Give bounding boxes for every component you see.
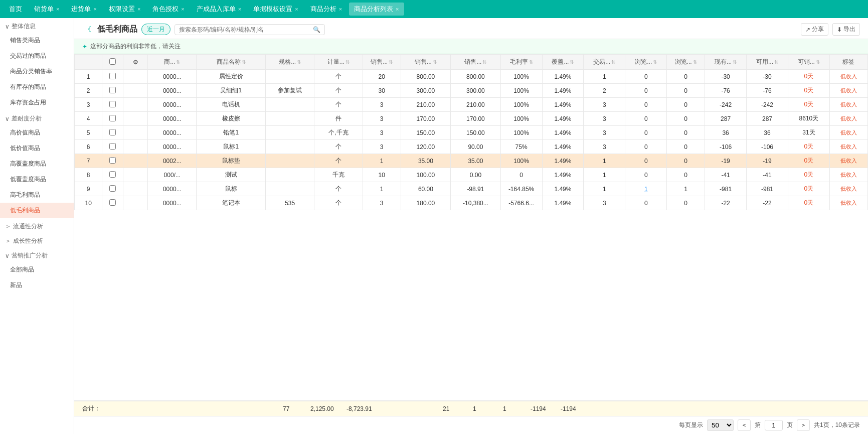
col-header-name[interactable]: 商品名称⇅ [197,55,266,70]
row-unit: 件 [314,112,363,126]
col-header-qty[interactable]: 销售...⇅ [363,55,401,70]
sidebar-item-high-value[interactable]: 高价值商品 [0,125,74,140]
row-checkbox[interactable] [109,129,116,135]
row-settings [123,140,148,154]
row-checkbox[interactable] [109,101,116,107]
page-number-input[interactable] [765,420,783,430]
sidebar-group-growth[interactable]: ＞ 成长性分析 [0,233,74,247]
col-header-gross-rate[interactable]: 毛利率⇅ [500,55,542,70]
row-settings [123,98,148,112]
row-spec [266,98,314,112]
nav-product-inbound[interactable]: 产成品入库单 × [192,3,246,16]
search-input[interactable] [179,26,311,33]
sidebar-group-circulation[interactable]: ＞ 流通性分析 [0,218,74,233]
col-header-spec[interactable]: 规格...⇅ [266,55,314,70]
export-button[interactable]: ⬇ 导出 [832,23,860,36]
row-price2: 210.00 [451,98,500,112]
col-header-price2[interactable]: 销售...⇅ [451,55,500,70]
view-link[interactable]: 1 [644,186,648,193]
col-header-code[interactable]: 商...⇅ [148,55,197,70]
sidebar-collapse-button[interactable]: 《 [82,24,93,35]
close-icon[interactable]: × [181,6,184,12]
close-icon[interactable]: × [295,6,298,12]
row-code: 000/... [148,168,197,182]
col-header-stock2[interactable]: 可用...⇅ [747,55,788,70]
col-header-stock1[interactable]: 现有...⇅ [705,55,747,70]
row-gross-rate: 75% [500,140,542,154]
nav-roles[interactable]: 角色授权 × [147,3,189,16]
sidebar-item-low-margin[interactable]: 低毛利商品 [0,203,74,218]
row-checkbox[interactable] [109,115,116,121]
row-qty: 1 [363,182,401,196]
sidebar-item-new-goods[interactable]: 新品 [0,277,74,293]
sidebar-item-low-value[interactable]: 低价值商品 [0,140,74,156]
col-header-tag[interactable]: 标签 [829,55,867,70]
nav-analysis-list[interactable]: 商品分析列表 × [349,3,404,16]
sidebar-item-traded-goods[interactable]: 交易过的商品 [0,48,74,64]
row-view1: 0 [625,196,667,210]
row-checkbox[interactable] [109,185,116,192]
row-checkbox[interactable] [109,143,116,150]
col-header-unit[interactable]: 计量...⇅ [314,55,363,70]
row-salable: 0天 [788,154,829,168]
table-row: 8 000/... 测试 千克 10 100.00 0.00 0 1.49% 1… [75,168,868,182]
nav-template[interactable]: 单据模板设置 × [248,3,303,16]
row-checkbox[interactable] [109,171,116,178]
row-price2: 170.00 [451,112,500,126]
nav-purchase[interactable]: 进货单 × [66,3,101,16]
row-view1: 0 [625,98,667,112]
sidebar-item-in-stock[interactable]: 有库存的商品 [0,79,74,95]
next-page-button[interactable]: ＞ [797,419,810,431]
sidebar-item-high-margin[interactable]: 高毛利商品 [0,187,74,203]
sidebar-item-inventory-funds[interactable]: 库存资金占用 [0,95,74,110]
row-name: 橡皮擦 [197,112,266,126]
sidebar-group-overall[interactable]: ∨ 整体信息 [0,18,74,33]
table-row: 2 0000... 吴细细1 参加复试 个 30 300.00 300.00 1… [75,84,868,98]
close-icon[interactable]: × [93,6,96,12]
nav-sales[interactable]: 销货单 × [29,3,64,16]
select-all-checkbox[interactable] [109,58,116,65]
row-checkbox-cell [102,196,123,210]
close-icon[interactable]: × [238,6,241,12]
row-view2: 0 [667,112,705,126]
share-button[interactable]: ↗ 分享 [801,23,828,36]
col-header-view2[interactable]: 浏览...⇅ [667,55,705,70]
row-code: 0000... [148,182,197,196]
col-header-salable[interactable]: 可销...⇅ [788,55,829,70]
nav-home[interactable]: 首页 [4,3,27,16]
sidebar-group-tolerance[interactable]: ∨ 差耐度分析 [0,110,74,125]
col-header-settings[interactable]: ⚙ [123,55,148,70]
sidebar-item-all-goods[interactable]: 全部商品 [0,262,74,277]
row-checkbox[interactable] [109,199,116,206]
prev-page-button[interactable]: ＜ [738,419,751,431]
row-settings [123,154,148,168]
page-size-select[interactable]: 50 100 200 [707,419,734,431]
col-header-cover[interactable]: 覆盖...⇅ [542,55,584,70]
close-icon[interactable]: × [396,6,399,12]
row-spec [266,70,314,84]
col-header-price1[interactable]: 销售...⇅ [401,55,450,70]
close-icon[interactable]: × [56,6,59,12]
nav-product-analysis[interactable]: 商品分析 × [305,3,347,16]
sort-icon: ⇅ [611,59,615,65]
row-spec [266,168,314,182]
row-price1: 100.00 [401,168,450,182]
sidebar-group-marketing[interactable]: ∨ 营销推广分析 [0,247,74,262]
row-gross-rate: 0 [500,168,542,182]
sidebar-item-low-coverage[interactable]: 低覆盖度商品 [0,172,74,187]
tag-label: 低收入 [840,101,857,107]
row-code: 0000... [148,196,197,210]
sidebar-item-category-sales-rate[interactable]: 商品分类销售率 [0,64,74,79]
col-header-trade[interactable]: 交易...⇅ [584,55,625,70]
col-header-view1[interactable]: 浏览...⇅ [625,55,667,70]
close-icon[interactable]: × [137,6,140,12]
sidebar-item-high-coverage[interactable]: 高覆盖度商品 [0,156,74,172]
close-icon[interactable]: × [339,6,342,12]
filter-period-button[interactable]: 近一月 [141,24,170,35]
row-tag: 低收入 [829,154,867,168]
nav-permissions[interactable]: 权限设置 × [104,3,145,16]
row-checkbox[interactable] [109,73,116,79]
row-checkbox[interactable] [109,87,116,93]
row-checkbox[interactable] [109,157,116,164]
sidebar-item-sales-goods[interactable]: 销售类商品 [0,33,74,48]
